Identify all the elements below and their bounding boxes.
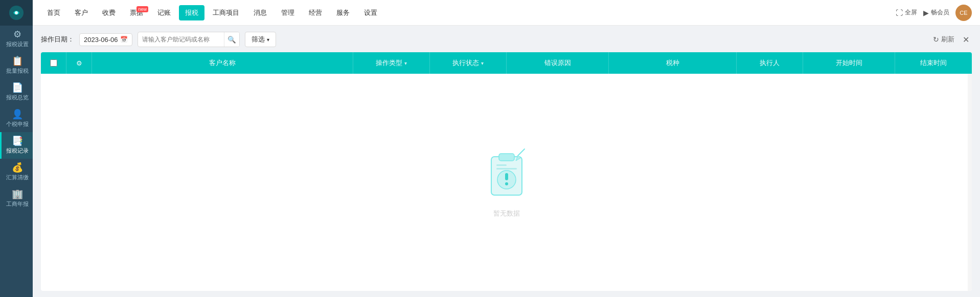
table-container: ⚙ 客户名称 操作类型 ▾ 执行状态 ▾ 错误原因 税种 — [41, 52, 972, 291]
sidebar-item-baoshui-zonglam[interactable]: 📄 报税总览 — [0, 79, 33, 105]
fullscreen-button[interactable]: ⛶ 全屏 — [896, 8, 917, 17]
search-button[interactable]: 🔍 — [224, 32, 239, 47]
svg-point-1 — [15, 11, 18, 14]
sidebar-item-piliang-baoshui[interactable]: 📋 批量报税 — [0, 52, 33, 79]
fullscreen-label: 全屏 — [905, 8, 917, 17]
svg-rect-6 — [505, 182, 508, 185]
refresh-icon: ↻ — [933, 35, 939, 44]
sidebar-item-label: 个税申报 — [6, 120, 29, 128]
fullscreen-icon: ⛶ — [896, 9, 903, 17]
filter-button[interactable]: 筛选 ▾ — [245, 32, 276, 47]
main-container: 首页 客户 收费 票据 new 记账 报税 工商项目 消息 管理 经营 服务 设… — [33, 0, 980, 297]
th-label-operation: 操作类型 — [376, 58, 402, 68]
th-label-status: 执行状态 — [452, 58, 479, 68]
new-badge: new — [136, 6, 148, 13]
user-avatar[interactable]: CE — [955, 5, 972, 21]
svg-rect-5 — [505, 173, 508, 180]
th-label-tax: 税种 — [666, 58, 679, 68]
nav-item-jingying[interactable]: 经营 — [303, 5, 328, 20]
date-picker[interactable]: 2023-06-06 📅 — [79, 33, 132, 46]
filter-bar: 操作日期： 2023-06-06 📅 🔍 筛选 ▾ ↻ 刷新 ✕ — [41, 32, 972, 47]
nav-item-fuwu[interactable]: 服务 — [330, 5, 356, 20]
personal-tax-icon: 👤 — [12, 110, 23, 119]
sidebar-item-label: 报税记录 — [6, 147, 29, 155]
date-value: 2023-06-06 — [84, 36, 118, 44]
sidebar-item-baoshui-jilu[interactable]: 📑 报税记录 — [0, 132, 33, 159]
table-header: ⚙ 客户名称 操作类型 ▾ 执行状态 ▾ 错误原因 税种 — [41, 52, 972, 74]
batch-tax-icon: 📋 — [12, 56, 23, 66]
nav-item-jizhang[interactable]: 记账 — [151, 5, 177, 20]
filter-label-text: 筛选 — [252, 35, 265, 44]
search-input[interactable] — [138, 33, 224, 46]
nav-item-guanli[interactable]: 管理 — [275, 5, 301, 20]
empty-text: 暂无数据 — [493, 209, 520, 218]
top-nav: 首页 客户 收费 票据 new 记账 报税 工商项目 消息 管理 经营 服务 设… — [33, 0, 980, 26]
sidebar-item-baoshui-shezhi[interactable]: ⚙ 报税设置 — [0, 26, 33, 52]
th-settings[interactable]: ⚙ — [66, 52, 92, 74]
user-initials: CE — [960, 10, 967, 16]
close-button[interactable]: ✕ — [960, 33, 972, 46]
svg-rect-3 — [499, 154, 514, 161]
sidebar: ⚙ 报税设置 📋 批量报税 📄 报税总览 👤 个税申报 📑 报税记录 💰 汇算清… — [0, 0, 33, 297]
nav-item-kehu[interactable]: 客户 — [69, 5, 94, 20]
date-label: 操作日期： — [41, 35, 74, 44]
table-body: 暂无数据 — [41, 74, 972, 291]
content-area: 操作日期： 2023-06-06 📅 🔍 筛选 ▾ ↻ 刷新 ✕ — [33, 26, 980, 297]
select-all-checkbox[interactable] — [50, 59, 57, 67]
app-logo — [0, 0, 33, 26]
settings-icon: ⚙ — [13, 30, 21, 39]
annual-report-icon: 🏢 — [12, 189, 23, 199]
sidebar-item-label: 工商年报 — [6, 200, 29, 208]
search-box: 🔍 — [138, 32, 240, 47]
scrollbar-track[interactable] — [968, 74, 972, 291]
sidebar-item-geshuishenbaol[interactable]: 👤 个税申报 — [0, 105, 33, 132]
th-label-executor: 执行人 — [760, 58, 780, 68]
sidebar-item-gongshang-nianbao[interactable]: 🏢 工商年报 — [0, 185, 33, 212]
nav-item-shezhi[interactable]: 设置 — [358, 5, 383, 20]
svg-rect-9 — [496, 164, 507, 166]
nav-item-piaoju[interactable]: 票据 new — [124, 5, 149, 20]
sidebar-item-huisuan-jiaona[interactable]: 💰 汇算清缴 — [0, 159, 33, 185]
close-icon: ✕ — [963, 35, 969, 45]
gear-icon: ⚙ — [76, 59, 82, 67]
th-end-time: 结束时间 — [895, 52, 972, 74]
nav-items: 首页 客户 收费 票据 new 记账 报税 工商项目 消息 管理 经营 服务 设… — [41, 5, 896, 20]
th-exec-status[interactable]: 执行状态 ▾ — [430, 52, 507, 74]
refresh-label: 刷新 — [941, 35, 954, 44]
sidebar-item-label: 汇算清缴 — [6, 174, 29, 181]
nav-right: ⛶ 全屏 ▶ 畅会员 CE — [896, 5, 972, 21]
nav-item-xiaoxi[interactable]: 消息 — [247, 5, 273, 20]
th-label-start: 开始时间 — [836, 58, 862, 68]
th-label-end: 结束时间 — [920, 58, 947, 68]
th-label-customer: 客户名称 — [209, 58, 236, 68]
member-button[interactable]: ▶ 畅会员 — [923, 8, 949, 17]
settlement-icon: 💰 — [12, 163, 23, 172]
sidebar-item-label: 报税总览 — [6, 94, 29, 101]
th-operation-type[interactable]: 操作类型 ▾ — [353, 52, 430, 74]
calendar-icon: 📅 — [120, 36, 128, 43]
nav-item-shouye[interactable]: 首页 — [41, 5, 66, 20]
filter-icon-operation: ▾ — [404, 60, 407, 66]
record-icon: 📑 — [12, 136, 23, 145]
overview-icon: 📄 — [12, 83, 23, 92]
th-tax-type: 税种 — [609, 52, 737, 74]
th-start-time: 开始时间 — [803, 52, 895, 74]
chevron-down-icon: ▾ — [267, 37, 269, 43]
play-icon: ▶ — [923, 9, 929, 17]
th-executor: 执行人 — [737, 52, 803, 74]
th-checkbox[interactable] — [41, 52, 66, 74]
svg-line-7 — [518, 149, 525, 156]
nav-item-shoufei[interactable]: 收费 — [96, 5, 122, 20]
nav-item-baoshui[interactable]: 报税 — [179, 5, 204, 20]
filter-icon-status: ▾ — [481, 60, 484, 66]
svg-rect-10 — [496, 168, 517, 169]
nav-item-gongshang-xiangmu[interactable]: 工商项目 — [207, 5, 245, 20]
th-label-error: 错误原因 — [544, 58, 571, 68]
th-customer-name: 客户名称 — [92, 52, 353, 74]
refresh-button[interactable]: ↻ 刷新 — [933, 35, 954, 44]
search-icon: 🔍 — [227, 36, 236, 44]
sidebar-item-label: 批量报税 — [6, 67, 29, 75]
sidebar-item-label: 报税设置 — [6, 40, 29, 48]
empty-state: 暂无数据 — [481, 146, 532, 218]
member-label: 畅会员 — [931, 8, 949, 17]
